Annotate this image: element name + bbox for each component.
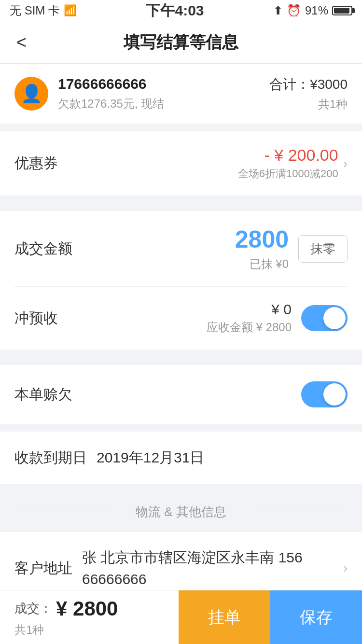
- coupon-description: 全场6折满1000减200: [238, 167, 338, 181]
- address-chevron-icon: ›: [343, 560, 348, 576]
- customer-left: 👤 17666666666 欠款1276.35元, 现结: [14, 76, 164, 112]
- divider-line-left: [14, 512, 111, 512]
- address-content: 张 北京市市辖区海淀区永丰南 156 66666666: [82, 546, 334, 590]
- total-amount: 合计：¥3000: [269, 75, 348, 94]
- rounded-label: 已抹 ¥0: [250, 256, 289, 272]
- prepay-info: ¥ 0 应收金额 ¥ 2800: [207, 301, 292, 335]
- logistics-divider: 物流 & 其他信息: [0, 492, 362, 532]
- wifi-icon: 📶: [64, 4, 77, 17]
- bottom-count: 共1种: [14, 622, 164, 638]
- bottom-summary: 成交： ¥ 2800 共1种: [0, 597, 179, 638]
- amount-section: 成交金额 2800 已抹 ¥0 抹零 冲预收 ¥ 0 应收金额 ¥ 2800: [0, 211, 362, 350]
- status-bar: 无 SIM 卡 📶 下午4:03 ⬆ ⏰ 91%: [0, 0, 362, 21]
- divider-1: [0, 203, 362, 211]
- coupon-discount: - ¥ 200.00: [238, 146, 338, 165]
- amount-right: 2800 已抹 ¥0 抹零: [235, 225, 348, 272]
- amount-value: 2800: [235, 225, 289, 253]
- customer-phone: 17666666666: [58, 76, 164, 92]
- page-title: 填写结算等信息: [124, 31, 238, 54]
- battery-icon: [332, 6, 352, 15]
- debt-row: 本单赊欠: [14, 365, 348, 424]
- location-icon: ⬆: [273, 4, 283, 17]
- divider-line-right: [251, 512, 348, 512]
- address-label: 客户地址: [14, 559, 72, 578]
- total-count: 共1种: [269, 97, 348, 112]
- prepay-amount: ¥ 0: [207, 301, 292, 318]
- prepay-right: ¥ 0 应收金额 ¥ 2800: [207, 301, 348, 335]
- toggle-knob: [323, 307, 346, 329]
- save-button[interactable]: 保存: [270, 590, 362, 644]
- coupon-right: - ¥ 200.00 全场6折满1000减200 ›: [238, 146, 348, 181]
- logistics-label: 物流 & 其他信息: [136, 504, 226, 520]
- coupon-label: 优惠券: [14, 154, 58, 173]
- bottom-deal: 成交： ¥ 2800: [14, 597, 164, 620]
- prepay-row: 冲预收 ¥ 0 应收金额 ¥ 2800: [14, 287, 348, 350]
- customer-card: 👤 17666666666 欠款1276.35元, 现结 合计：¥3000 共1…: [0, 64, 362, 124]
- divider-2: [0, 357, 362, 365]
- due-date-value: 2019年12月31日: [97, 448, 204, 468]
- bottom-bar: 成交： ¥ 2800 共1种 挂单 保存: [0, 590, 362, 644]
- status-left: 无 SIM 卡 📶: [10, 3, 77, 18]
- due-date-label: 收款到期日: [14, 448, 87, 468]
- time-display: 下午4:03: [146, 1, 204, 21]
- due-date-section: 收款到期日 2019年12月31日: [0, 432, 362, 484]
- transaction-amount-row: 成交金额 2800 已抹 ¥0 抹零: [14, 211, 348, 287]
- deal-amount: ¥ 2800: [56, 597, 118, 620]
- customer-info: 17666666666 欠款1276.35元, 现结: [58, 76, 164, 112]
- chevron-right-icon: ›: [343, 156, 348, 171]
- back-button[interactable]: <: [12, 28, 31, 57]
- debt-toggle[interactable]: [301, 381, 348, 407]
- nav-bar: < 填写结算等信息: [0, 21, 362, 64]
- due-row: 收款到期日 2019年12月31日: [14, 448, 348, 468]
- hold-order-button[interactable]: 挂单: [179, 590, 270, 644]
- deal-label: 成交：: [14, 600, 52, 617]
- status-right: ⬆ ⏰ 91%: [273, 4, 352, 17]
- debt-section: 本单赊欠: [0, 365, 362, 424]
- debt-toggle-knob: [323, 383, 346, 406]
- carrier-label: 无 SIM 卡: [10, 3, 60, 18]
- prepay-receivable: 应收金额 ¥ 2800: [207, 320, 292, 335]
- battery-percent: 91%: [305, 4, 328, 17]
- coupon-info: - ¥ 200.00 全场6折满1000减200: [238, 146, 338, 181]
- prepay-toggle[interactable]: [301, 305, 348, 331]
- avatar-icon: 👤: [21, 84, 42, 104]
- amount-col: 2800 已抹 ¥0: [235, 225, 289, 272]
- customer-total: 合计：¥3000 共1种: [269, 75, 348, 112]
- coupon-row[interactable]: 优惠券 - ¥ 200.00 全场6折满1000减200 ›: [0, 131, 362, 196]
- round-off-button[interactable]: 抹零: [298, 235, 348, 263]
- debt-label: 本单赊欠: [14, 385, 72, 405]
- customer-debt: 欠款1276.35元, 现结: [58, 96, 164, 112]
- avatar: 👤: [14, 77, 48, 111]
- amount-label: 成交金额: [14, 239, 72, 259]
- alarm-icon: ⏰: [287, 4, 301, 17]
- content-area: 👤 17666666666 欠款1276.35元, 现结 合计：¥3000 共1…: [0, 64, 362, 644]
- prepay-label: 冲预收: [14, 308, 58, 328]
